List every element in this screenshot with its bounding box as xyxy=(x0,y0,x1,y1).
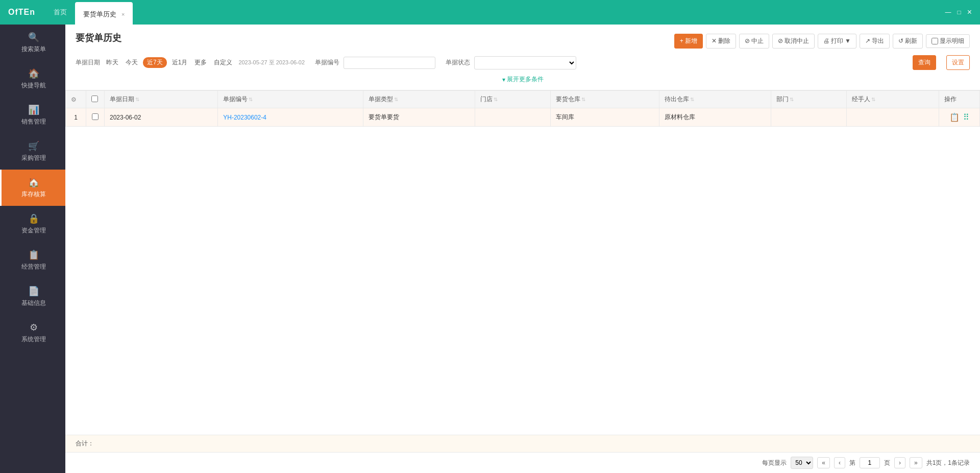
sort-icon-store[interactable]: ⇅ xyxy=(494,97,498,102)
bill-no-input[interactable] xyxy=(344,57,435,69)
print-dropdown-icon: ▼ xyxy=(845,37,851,44)
sort-icon-pending-warehouse[interactable]: ⇅ xyxy=(690,97,694,102)
page-suffix: 页 xyxy=(884,459,890,467)
per-page-label: 每页显示 xyxy=(762,459,787,467)
window-close-icon[interactable]: × xyxy=(967,8,972,17)
page-label: 第 xyxy=(849,459,855,467)
custom-shortcut[interactable]: 自定义 xyxy=(212,57,234,68)
row-department xyxy=(771,108,846,127)
sort-icon-req-warehouse[interactable]: ⇅ xyxy=(581,97,585,102)
row-actions: 📋 ⠿ xyxy=(939,108,980,127)
suspend-button[interactable]: ⊘ 中止 xyxy=(739,34,769,49)
gear-icon: ⚙ xyxy=(30,322,38,333)
sidebar-item-purchase[interactable]: 🛒 采购管理 xyxy=(0,133,65,170)
sort-icon-handler[interactable]: ⇅ xyxy=(871,97,875,102)
table-row: 1 2023-06-02 YH-20230602-4 要货单要货 车间库 xyxy=(66,108,980,127)
sidebar-item-finance[interactable]: 🔒 资金管理 xyxy=(0,206,65,242)
per-page-select[interactable]: 50 xyxy=(791,457,813,469)
status-select[interactable] xyxy=(474,56,576,69)
row-checkbox-cell xyxy=(86,108,105,127)
sidebar-item-operations[interactable]: 📋 经营管理 xyxy=(0,242,65,278)
th-action: 操作 xyxy=(939,91,980,108)
next-page-button[interactable]: › xyxy=(894,457,905,468)
last-page-button[interactable]: » xyxy=(910,457,922,468)
inventory-icon: 🏠 xyxy=(28,177,39,188)
print-icon: 🖨 xyxy=(823,37,829,44)
top-bar: OfTEn 首页 要货单历史 × — □ × xyxy=(0,0,980,25)
lock-icon: 🔒 xyxy=(28,213,39,224)
sidebar-item-inventory[interactable]: 🏠 库存核算 xyxy=(0,170,65,206)
row-handler xyxy=(847,108,939,127)
expand-icon: ▾ xyxy=(502,76,505,83)
delete-icon: ✕ xyxy=(712,37,717,44)
prev-page-button[interactable]: ‹ xyxy=(834,457,845,468)
sidebar-item-system[interactable]: ⚙ 系统管理 xyxy=(0,315,65,351)
print-button[interactable]: 🖨 打印 ▼ xyxy=(818,34,856,49)
table-area: ⚙ 单据日期 ⇅ xyxy=(65,90,980,435)
last7days-shortcut[interactable]: 近7天 xyxy=(143,57,167,68)
settings-button[interactable]: 设置 xyxy=(946,55,970,70)
yesterday-shortcut[interactable]: 昨天 xyxy=(104,57,120,68)
th-bill-no: 单据编号 ⇅ xyxy=(218,91,363,108)
filter-area: 单据日期 昨天 今天 近7天 近1月 更多 自定义 2023-05-27 至 2… xyxy=(76,55,970,86)
document-icon: 📄 xyxy=(28,286,39,297)
sort-icon-date[interactable]: ⇅ xyxy=(135,97,139,102)
expand-row: ▾ 展开更多条件 xyxy=(76,70,970,86)
sort-icon-department[interactable]: ⇅ xyxy=(790,97,794,102)
bill-no-filter: 单据编号 xyxy=(315,57,435,69)
data-table: ⚙ 单据日期 ⇅ xyxy=(65,90,980,127)
window-maximize-icon[interactable]: □ xyxy=(957,9,961,16)
display-detail-checkbox[interactable] xyxy=(932,38,938,44)
th-pending-warehouse: 待出仓库 ⇅ xyxy=(659,91,771,108)
row-bill-no-link[interactable]: YH-20230602-4 xyxy=(223,114,266,121)
filter-row: 单据日期 昨天 今天 近7天 近1月 更多 自定义 2023-05-27 至 2… xyxy=(76,55,970,70)
search-icon: 🔍 xyxy=(28,32,39,43)
expand-button[interactable]: ▾ 展开更多条件 xyxy=(502,75,544,84)
display-detail-button[interactable]: 显示明细 xyxy=(926,34,970,48)
th-date: 单据日期 ⇅ xyxy=(105,91,218,108)
app-container: OfTEn 首页 要货单历史 × — □ × 🔍 搜索菜单 🏠 快捷导 xyxy=(0,0,980,473)
page-number-input[interactable] xyxy=(860,457,880,468)
row-req-warehouse: 车间库 xyxy=(551,108,659,127)
first-page-button[interactable]: « xyxy=(817,457,830,468)
tab-close-icon[interactable]: × xyxy=(121,11,125,17)
row-date: 2023-06-02 xyxy=(105,108,218,127)
sidebar-item-sales[interactable]: 📊 销售管理 xyxy=(0,97,65,133)
refresh-button[interactable]: ↺ 刷新 xyxy=(893,34,923,49)
row-bill-type: 要货单要货 xyxy=(363,108,475,127)
row-more-icon[interactable]: ⠿ xyxy=(963,113,969,122)
sort-icon-bill-no[interactable]: ⇅ xyxy=(249,97,253,102)
row-num: 1 xyxy=(66,108,86,127)
home-icon: 🏠 xyxy=(28,68,39,79)
pagination: 每页显示 50 « ‹ 第 页 › » 共1页，1条记录 xyxy=(65,452,980,473)
date-range-display: 2023-05-27 至 2023-06-02 xyxy=(238,59,305,66)
last1month-shortcut[interactable]: 近1月 xyxy=(170,57,190,68)
top-tabs: 首页 要货单历史 × xyxy=(45,0,133,25)
today-shortcut[interactable]: 今天 xyxy=(124,57,140,68)
delete-button[interactable]: ✕ 删除 xyxy=(706,34,736,49)
row-checkbox[interactable] xyxy=(92,113,99,120)
sidebar-item-nav[interactable]: 🏠 快捷导航 xyxy=(0,61,65,97)
total-pages-label: 共1页，1条记录 xyxy=(926,459,970,467)
tab-bill-history[interactable]: 要货单历史 × xyxy=(75,2,133,27)
export-button[interactable]: ↗ 导出 xyxy=(860,34,890,49)
tab-home[interactable]: 首页 xyxy=(45,0,75,25)
column-settings-icon[interactable]: ⚙ xyxy=(71,96,77,103)
chart-icon: 📊 xyxy=(28,104,39,115)
sidebar-item-search[interactable]: 🔍 搜索菜单 xyxy=(0,25,65,61)
query-button[interactable]: 查询 xyxy=(913,55,936,70)
th-bill-type: 单据类型 ⇅ xyxy=(363,91,475,108)
select-all-checkbox[interactable] xyxy=(91,96,98,102)
toolbar: + 新增 ✕ 删除 ⊘ 中止 ⊘ 取消中止 xyxy=(674,34,970,49)
new-button[interactable]: + 新增 xyxy=(674,34,703,49)
cancel-suspend-button[interactable]: ⊘ 取消中止 xyxy=(772,34,815,49)
page-title: 要货单历史 xyxy=(76,32,121,44)
status-filter: 单据状态 xyxy=(446,56,576,69)
window-minimize-icon[interactable]: — xyxy=(945,9,951,16)
main-area: 🔍 搜索菜单 🏠 快捷导航 📊 销售管理 🛒 采购管理 🏠 库存核算 🔒 xyxy=(0,25,980,473)
sidebar-item-base-info[interactable]: 📄 基础信息 xyxy=(0,278,65,315)
date-filter-label: 单据日期 xyxy=(76,58,100,67)
more-shortcut[interactable]: 更多 xyxy=(192,57,209,68)
sort-icon-bill-type[interactable]: ⇅ xyxy=(394,97,398,102)
row-view-icon[interactable]: 📋 xyxy=(949,113,960,122)
